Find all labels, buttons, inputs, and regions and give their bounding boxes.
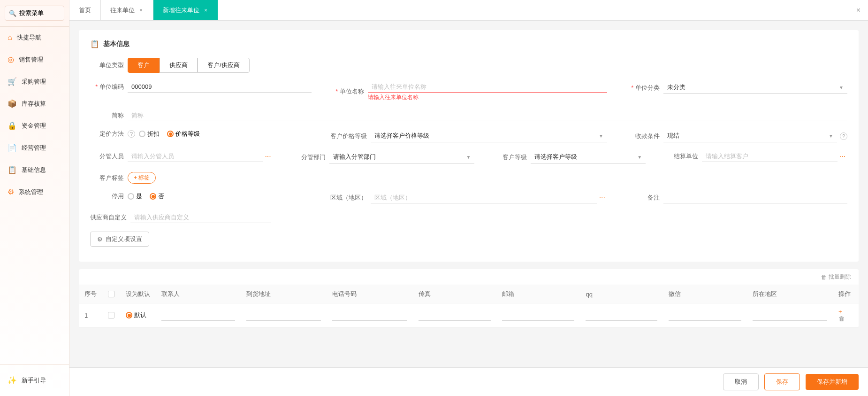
address-input[interactable] xyxy=(246,310,321,321)
cell-wechat[interactable] xyxy=(663,303,746,327)
contact-input[interactable] xyxy=(161,310,235,321)
sidebar-item-finance[interactable]: 🔒 资金管理 xyxy=(0,115,69,137)
unit-category-select[interactable]: 未分类 ▼ xyxy=(663,81,847,94)
cell-region[interactable] xyxy=(747,303,833,327)
unit-type-customer-btn[interactable]: 客户 xyxy=(128,58,160,73)
supplier-custom-input[interactable] xyxy=(130,212,271,223)
unit-name-input-wrap: 请输入往来单位名称 xyxy=(368,81,607,101)
sidebar-item-sales[interactable]: ◎ 销售管理 xyxy=(0,48,69,70)
cell-contact[interactable] xyxy=(156,303,241,327)
settlement-unit-input[interactable] xyxy=(702,151,837,162)
unit-type-both-btn[interactable]: 客户/供应商 xyxy=(198,58,250,73)
payment-help-icon[interactable]: ? xyxy=(840,132,847,140)
sidebar-item-basic-info[interactable]: 📋 基础信息 xyxy=(0,159,69,181)
payment-terms-select[interactable]: 现结 ▼ xyxy=(663,130,837,142)
manager-label: 分管人员 xyxy=(90,152,128,161)
row-checkbox[interactable] xyxy=(108,312,114,318)
disable-label: 停用 xyxy=(90,192,128,201)
manager-dots-btn[interactable]: ··· xyxy=(263,152,273,161)
disable-no[interactable]: 否 xyxy=(150,192,164,201)
basic-info-section: 📋 基本信息 单位类型 客户 供应商 客户/供应商 单位编码 xyxy=(79,30,859,262)
search-menu-button[interactable]: 🔍 搜索菜单 xyxy=(5,6,64,21)
col-checkbox xyxy=(102,285,120,303)
sidebar-item-label: 经营管理 xyxy=(22,144,46,152)
cell-seq: 1 xyxy=(79,303,102,327)
tab-home-label: 首页 xyxy=(79,6,91,15)
unit-type-supplier-btn[interactable]: 供应商 xyxy=(160,58,198,73)
customer-level-select[interactable]: 请选择客户等级 ▼ xyxy=(531,151,646,163)
pricing-method-label: 定价方法 xyxy=(90,130,128,138)
manager-row: 分管人员 ··· 分管部门 请输入分管部门 ▼ 客户等级 请选择客户等级 ▼ xyxy=(90,151,847,163)
cancel-button[interactable]: 取消 xyxy=(723,373,759,390)
email-input[interactable] xyxy=(502,310,574,321)
payment-terms-label: 收款条件 xyxy=(626,132,663,140)
tab-new-trading-unit-close[interactable]: × xyxy=(203,6,208,15)
save-button[interactable]: 保存 xyxy=(764,373,800,390)
sidebar-item-system[interactable]: ⚙ 系统管理 xyxy=(0,181,69,203)
close-all-tabs[interactable]: × xyxy=(849,0,868,20)
sidebar-bottom: ✨ 新手引导 xyxy=(0,364,69,396)
select-all-checkbox[interactable] xyxy=(108,291,114,297)
customer-level-label: 客户等级 xyxy=(493,153,531,162)
batch-delete-btn[interactable]: 🗑 批量删除 xyxy=(821,273,851,281)
cell-qq[interactable] xyxy=(580,303,663,327)
cell-phone[interactable] xyxy=(327,303,412,327)
customer-price-level-select[interactable]: 请选择客户价格等级 ▼ xyxy=(371,130,607,142)
disable-yes-label: 是 xyxy=(136,192,142,201)
supplier-custom-field: 供应商自定义 xyxy=(90,212,847,223)
unit-code-label: 单位编码 xyxy=(90,83,128,91)
add-tag-btn[interactable]: + 标签 xyxy=(128,172,156,184)
default-radio-item[interactable]: 默认 xyxy=(126,311,146,319)
unit-code-input[interactable] xyxy=(128,81,312,93)
operations-icon: 📄 xyxy=(8,143,17,152)
sidebar-item-new-guide[interactable]: ✨ 新手引导 xyxy=(0,369,69,391)
phone-input[interactable] xyxy=(332,310,407,321)
pricing-help-icon[interactable]: ? xyxy=(128,130,135,138)
tab-home[interactable]: 首页 xyxy=(69,0,101,20)
tab-trading-units[interactable]: 往来单位 × xyxy=(101,0,153,20)
fax-input[interactable] xyxy=(419,310,491,321)
wechat-input[interactable] xyxy=(669,310,741,321)
tab-new-trading-unit[interactable]: 新增往来单位 × xyxy=(153,0,218,20)
tags-field: 客户标签 + 标签 xyxy=(90,172,847,184)
sidebar-item-quick-nav[interactable]: ⌂ 快捷导航 xyxy=(0,27,69,48)
sidebar-item-operations[interactable]: 📄 经营管理 xyxy=(0,137,69,159)
col-region: 所在地区 xyxy=(747,285,833,303)
unit-category-field: 单位分类 未分类 ▼ xyxy=(626,81,847,94)
batch-delete-label: 批量删除 xyxy=(829,273,851,281)
cell-address[interactable] xyxy=(241,303,327,327)
col-contact: 联系人 xyxy=(156,285,241,303)
tab-trading-units-close[interactable]: × xyxy=(138,6,144,15)
unit-code-field: 单位编码 xyxy=(90,81,312,93)
add-row-btn[interactable]: + xyxy=(838,308,842,315)
sidebar-item-purchase[interactable]: 🛒 采购管理 xyxy=(0,70,69,93)
short-name-input[interactable] xyxy=(128,110,847,121)
qq-input[interactable] xyxy=(586,310,657,321)
remark-input[interactable] xyxy=(663,192,847,203)
sidebar: 🔍 搜索菜单 ⌂ 快捷导航 ◎ 销售管理 🛒 采购管理 📦 库存核算 🔒 资金管… xyxy=(0,0,69,396)
disable-yes[interactable]: 是 xyxy=(128,192,142,201)
delete-row-btn[interactable]: 🗑 xyxy=(838,315,845,322)
tab-new-trading-unit-label: 新增往来单位 xyxy=(163,6,199,15)
settlement-dots-btn[interactable]: ··· xyxy=(838,152,847,161)
cell-email[interactable] xyxy=(496,303,580,327)
table-region-input[interactable] xyxy=(753,310,827,321)
unit-type-row: 单位类型 客户 供应商 客户/供应商 xyxy=(90,58,847,73)
supplier-custom-row: 供应商自定义 xyxy=(90,212,847,223)
custom-settings-btn[interactable]: ⚙ 自定义项设置 xyxy=(90,232,149,247)
unit-category-arrow: ▼ xyxy=(839,85,844,90)
save-and-new-button[interactable]: 保存并新增 xyxy=(806,374,859,390)
pricing-discount[interactable]: 折扣 xyxy=(139,130,160,138)
sidebar-search-area[interactable]: 🔍 搜索菜单 xyxy=(0,0,69,27)
unit-name-input[interactable] xyxy=(368,81,607,93)
cell-fax[interactable] xyxy=(413,303,496,327)
pricing-level[interactable]: 价格等级 xyxy=(167,130,200,138)
sidebar-item-label: 库存核算 xyxy=(22,100,46,108)
manager-input[interactable] xyxy=(128,151,263,162)
region-dots-btn[interactable]: ··· xyxy=(597,194,607,202)
gear-icon: ⚙ xyxy=(97,236,103,243)
add-tag-label: + 标签 xyxy=(134,174,150,182)
department-select[interactable]: 请输入分管部门 ▼ xyxy=(329,151,475,163)
region-input[interactable] xyxy=(371,192,597,203)
sidebar-item-inventory[interactable]: 📦 库存核算 xyxy=(0,93,69,115)
